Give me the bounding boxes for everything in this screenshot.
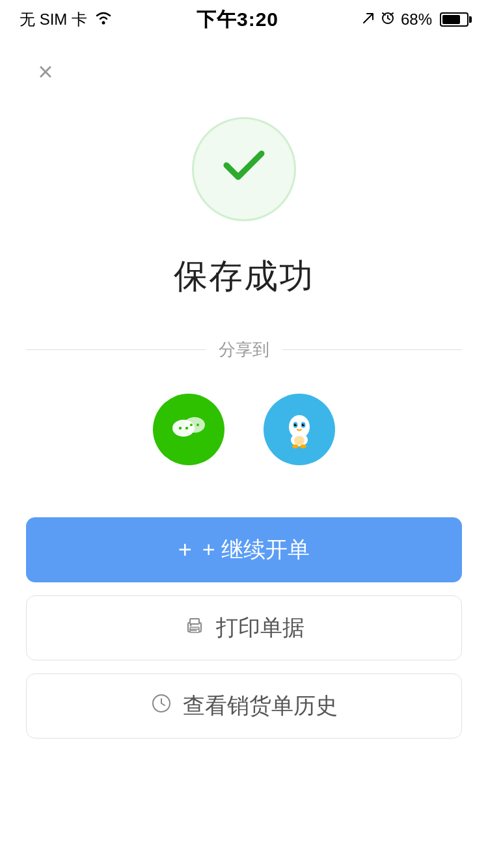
divider-right xyxy=(282,349,462,350)
close-button[interactable]: × xyxy=(26,52,65,91)
success-circle xyxy=(192,117,296,221)
wechat-icon xyxy=(168,409,210,451)
printer-icon xyxy=(183,614,206,642)
svg-point-7 xyxy=(197,424,199,426)
wechat-share-button[interactable] xyxy=(153,394,224,465)
svg-point-17 xyxy=(292,444,299,448)
continue-label: + 继续开单 xyxy=(202,535,310,565)
share-label: 分享到 xyxy=(219,338,269,361)
history-button[interactable]: 查看销货单历史 xyxy=(26,673,462,739)
divider-left xyxy=(26,349,206,350)
svg-point-0 xyxy=(102,21,105,25)
plus-icon: + xyxy=(178,536,192,563)
close-icon: × xyxy=(38,59,53,85)
svg-point-16 xyxy=(294,436,305,445)
svg-point-5 xyxy=(185,426,187,429)
qq-icon xyxy=(278,409,321,451)
wifi-icon xyxy=(94,10,113,29)
close-button-container: × xyxy=(26,52,462,91)
action-buttons: + + 继续开单 打印单据 xyxy=(26,517,462,739)
status-time: 下午3:20 xyxy=(197,7,278,33)
main-content: × 保存成功 分享到 xyxy=(0,39,488,765)
share-divider: 分享到 xyxy=(26,338,462,361)
svg-rect-21 xyxy=(190,627,199,632)
svg-point-4 xyxy=(178,426,181,429)
alarm-icon xyxy=(380,10,396,29)
status-right: 68% xyxy=(362,10,468,29)
success-title: 保存成功 xyxy=(174,254,314,299)
status-bar: 无 SIM 卡 下午3:20 68% xyxy=(0,0,488,39)
svg-point-3 xyxy=(184,417,205,433)
svg-point-22 xyxy=(190,625,192,627)
carrier-text: 无 SIM 卡 xyxy=(20,9,87,30)
print-button[interactable]: 打印单据 xyxy=(26,595,462,660)
share-icons-container xyxy=(153,394,335,465)
status-left: 无 SIM 卡 xyxy=(20,9,113,30)
print-label: 打印单据 xyxy=(216,613,305,643)
qq-share-button[interactable] xyxy=(264,394,335,465)
svg-point-13 xyxy=(295,424,297,425)
svg-point-18 xyxy=(300,444,306,448)
battery-text: 68% xyxy=(401,10,432,29)
svg-point-6 xyxy=(190,424,193,426)
svg-point-14 xyxy=(303,424,305,425)
location-icon xyxy=(362,10,375,29)
battery-icon xyxy=(440,12,468,27)
continue-button[interactable]: + + 继续开单 xyxy=(26,517,462,582)
clock-icon xyxy=(150,692,172,720)
checkmark-icon xyxy=(215,136,273,203)
svg-rect-20 xyxy=(190,619,199,624)
history-label: 查看销货单历史 xyxy=(183,691,338,721)
